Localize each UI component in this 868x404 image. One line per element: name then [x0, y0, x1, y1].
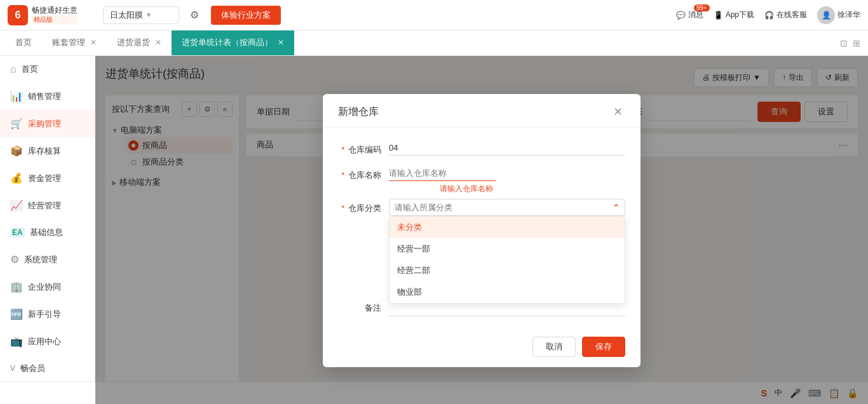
name-label: * 仓库名称: [338, 166, 389, 181]
store-dropdown-arrow: ▼: [146, 11, 152, 18]
tab-purchase-return-label: 进货退货: [117, 37, 150, 48]
inventory-icon: 📦: [10, 145, 23, 157]
logo-icon: 6: [8, 5, 28, 25]
sidebar-finance-label: 资金管理: [28, 173, 61, 184]
form-row-name: * 仓库名称 请输入仓库名称: [338, 166, 625, 181]
tab-restore-icon[interactable]: ⊡: [840, 38, 848, 48]
modal-save-button[interactable]: 保存: [582, 337, 625, 357]
form-row-code: * 仓库编码: [338, 140, 625, 156]
category-dropdown: ⌃ 未分类 经营一部 经营二部 物业部: [389, 199, 625, 216]
modal-overlay: 新增仓库 ✕ * 仓库编码 *: [95, 56, 868, 404]
sidebar-purchase-label: 采购管理: [28, 118, 61, 130]
top-header: 6 畅捷通好生意 精品版 日太阳膜 ▼ ⚙ 体验行业方案 💬 消息 99+ 📱 …: [0, 0, 868, 30]
main-layout: ⌂ 首页 📊 销售管理 🛒 采购管理 📦 库存核算 💰 资金管理 📈 经营管理 …: [0, 56, 868, 404]
home-icon: ⌂: [10, 64, 17, 75]
member-icon: V: [10, 364, 15, 373]
sidebar-item-member[interactable]: V 畅会员: [0, 355, 95, 382]
name-input[interactable]: [389, 166, 496, 181]
sidebar-item-finance[interactable]: 💰 资金管理: [0, 165, 95, 192]
name-input-wrap: 请输入仓库名称: [389, 166, 625, 181]
tab-purchase-return[interactable]: 进货退货 ✕: [107, 30, 172, 55]
sidebar-item-purchase[interactable]: 🛒 采购管理: [0, 110, 95, 137]
sidebar-item-basic[interactable]: EA 基础信息: [0, 219, 95, 246]
sidebar-item-guide[interactable]: 🆕 新手引导: [0, 300, 95, 328]
tab-account[interactable]: 账套管理 ✕: [42, 30, 107, 55]
modal-cancel-button[interactable]: 取消: [532, 337, 576, 357]
basic-icon: EA: [10, 227, 25, 238]
finance-icon: 💰: [10, 172, 23, 184]
tab-home-label: 首页: [15, 37, 32, 48]
settings-icon[interactable]: ⚙: [184, 5, 205, 25]
sidebar-appcenter-label: 应用中心: [28, 336, 61, 347]
store-selector[interactable]: 日太阳膜 ▼: [103, 6, 179, 24]
name-error-text: 请输入仓库名称: [440, 184, 493, 194]
trial-button[interactable]: 体验行业方案: [211, 6, 281, 25]
online-service-icon[interactable]: 🎧 在线客服: [764, 10, 807, 20]
messages-icon[interactable]: 💬 消息 99+: [676, 10, 703, 20]
app-download-label: App下载: [726, 10, 754, 20]
appcenter-icon: 📺: [10, 335, 23, 347]
app-download-icon[interactable]: 📱 App下载: [714, 10, 754, 20]
tab-purchase-stats-label: 进货单统计表（按商品）: [182, 37, 273, 48]
dropdown-item-3[interactable]: 物业部: [390, 281, 625, 303]
guide-icon: 🆕: [10, 308, 23, 320]
dropdown-item-0[interactable]: 未分类: [390, 217, 625, 238]
purchase-icon: 🛒: [10, 118, 23, 130]
content-area: 进货单统计(按商品) 🖨 按模板打印 ▼ ↑ 导出 ↺ 刷新: [95, 56, 868, 404]
tab-purchase-return-close[interactable]: ✕: [155, 38, 161, 47]
tab-bar: 首页 账套管理 ✕ 进货退货 ✕ 进货单统计表（按商品） ✕ ⊡ ⊞: [0, 30, 868, 56]
tab-expand-icon[interactable]: ⊞: [853, 38, 860, 48]
form-row-category: * 仓库分类 ⌃ 未分类 经营一部 经营二部 物业部: [338, 199, 625, 216]
tab-window-controls: ⊡ ⊞: [840, 30, 863, 55]
sidebar-item-enterprise[interactable]: 🏢 企业协同: [0, 273, 95, 300]
sidebar: ⌂ 首页 📊 销售管理 🛒 采购管理 📦 库存核算 💰 资金管理 📈 经营管理 …: [0, 56, 95, 404]
modal-title: 新增仓库: [338, 105, 379, 119]
dropdown-item-2[interactable]: 经营二部: [390, 260, 625, 281]
sidebar-basic-label: 基础信息: [30, 227, 63, 238]
modal-header: 新增仓库 ✕: [323, 94, 641, 128]
sidebar-item-operation[interactable]: 📈 经营管理: [0, 192, 95, 219]
category-dropdown-list: 未分类 经营一部 经营二部 物业部: [389, 216, 625, 304]
app-name: 畅捷通好生意: [32, 6, 78, 16]
sidebar-enterprise-label: 企业协同: [28, 281, 61, 293]
tab-home[interactable]: 首页: [5, 30, 42, 55]
category-input[interactable]: [389, 199, 625, 216]
store-name: 日太阳膜: [110, 10, 143, 21]
sidebar-item-appcenter[interactable]: 📺 应用中心: [0, 328, 95, 355]
sidebar-sales-label: 销售管理: [28, 91, 61, 102]
code-input[interactable]: [389, 140, 625, 156]
sidebar-item-inventory[interactable]: 📦 库存核算: [0, 137, 95, 165]
tab-purchase-stats-close[interactable]: ✕: [278, 38, 284, 47]
code-label: * 仓库编码: [338, 140, 389, 156]
message-badge: 99+: [694, 4, 710, 11]
add-warehouse-modal: 新增仓库 ✕ * 仓库编码 *: [323, 94, 641, 367]
sidebar-operation-label: 经营管理: [28, 200, 61, 212]
header-right: 💬 消息 99+ 📱 App下载 🎧 在线客服 👤 徐泽华: [676, 6, 860, 24]
modal-close-button[interactable]: ✕: [610, 104, 625, 119]
sidebar-system-label: 系统管理: [24, 254, 57, 266]
enterprise-icon: 🏢: [10, 281, 23, 293]
tab-account-label: 账套管理: [52, 37, 85, 48]
modal-body: * 仓库编码 * 仓库名称 请输入仓库名称: [323, 128, 641, 316]
sidebar-item-system[interactable]: ⚙ 系统管理: [0, 246, 95, 273]
sidebar-home-label: 首页: [22, 64, 38, 75]
sales-icon: 📊: [10, 90, 23, 102]
note-label: 备注: [338, 299, 389, 314]
sidebar-member-label: 畅会员: [20, 363, 45, 374]
app-badge: 精品版: [32, 15, 78, 24]
sidebar-guide-label: 新手引导: [28, 309, 61, 320]
sidebar-item-home[interactable]: ⌂ 首页: [0, 56, 95, 83]
operation-icon: 📈: [10, 199, 23, 212]
system-icon: ⚙: [10, 253, 19, 266]
service-label: 在线客服: [776, 10, 807, 20]
user-avatar: 👤: [817, 6, 835, 24]
modal-footer: 取消 保存: [323, 327, 641, 367]
category-dropdown-arrow[interactable]: ⌃: [612, 201, 620, 213]
sidebar-item-sales[interactable]: 📊 销售管理: [0, 83, 95, 110]
tab-account-close[interactable]: ✕: [90, 38, 97, 47]
category-label: * 仓库分类: [338, 199, 389, 214]
dropdown-item-1[interactable]: 经营一部: [390, 238, 625, 260]
user-name: 徐泽华: [837, 10, 860, 20]
tab-purchase-stats[interactable]: 进货单统计表（按商品） ✕: [172, 30, 294, 55]
user-area[interactable]: 👤 徐泽华: [817, 6, 860, 24]
